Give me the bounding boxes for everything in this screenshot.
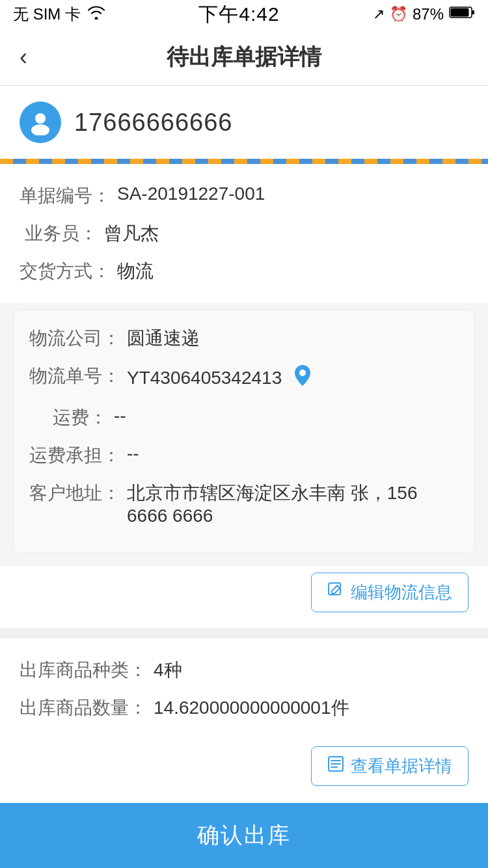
order-no-label: 单据编号： — [20, 183, 117, 208]
view-details-icon — [327, 755, 344, 777]
page-title: 待出库单据详情 — [167, 42, 321, 72]
confirm-button[interactable]: 确认出库 — [0, 803, 488, 868]
product-types-value: 4种 — [154, 658, 468, 683]
svg-point-3 — [35, 113, 46, 124]
delivery-method-label: 交货方式： — [20, 259, 117, 284]
status-bar: 无 SIM 卡 下午4:42 ↗ ⏰ 87% — [0, 0, 488, 29]
freight-bearer-row: 运费承担： -- — [29, 443, 459, 468]
avatar — [20, 102, 61, 143]
alarm-icon: ⏰ — [390, 6, 407, 23]
tracking-no-label: 物流单号： — [29, 364, 127, 388]
tracking-no-text: YT4306405342413 — [127, 368, 282, 388]
confirm-button-label: 确认出库 — [197, 821, 291, 850]
view-details-label: 查看单据详情 — [351, 755, 452, 778]
tracking-no-value: YT4306405342413 — [127, 364, 459, 392]
address-value: 北京市市辖区海淀区永丰南 张，156 6666 6666 — [127, 481, 459, 526]
svg-point-4 — [31, 124, 49, 135]
nav-bar: ‹ 待出库单据详情 — [0, 29, 488, 86]
delivery-method-value: 物流 — [117, 259, 468, 284]
back-button[interactable]: ‹ — [20, 44, 27, 71]
product-section: 出库商品种类： 4种 出库商品数量： 14.620000000000001件 — [0, 638, 488, 740]
gps-icon: ↗ — [373, 6, 385, 23]
status-right: ↗ ⏰ 87% — [373, 5, 475, 23]
freight-value: -- — [114, 405, 459, 426]
address-row: 客户地址： 北京市市辖区海淀区永丰南 张，156 6666 6666 — [29, 481, 459, 526]
edit-btn-row: 编辑物流信息 — [0, 566, 488, 628]
logistics-card: 物流公司： 圆通速递 物流单号： YT4306405342413 运费： -- … — [13, 310, 475, 553]
logistics-company-row: 物流公司： 圆通速递 — [29, 326, 459, 351]
battery-label: 87% — [413, 5, 444, 23]
view-btn-row: 查看单据详情 — [0, 740, 488, 806]
location-icon[interactable] — [292, 364, 313, 392]
product-types-label: 出库商品种类： — [20, 658, 154, 683]
product-types-row: 出库商品种类： 4种 — [20, 658, 468, 683]
delivery-method-row: 交货方式： 物流 — [20, 259, 468, 284]
status-left: 无 SIM 卡 — [13, 4, 105, 25]
freight-bearer-label: 运费承担： — [29, 443, 127, 468]
battery-icon — [449, 5, 475, 23]
status-time: 下午4:42 — [198, 1, 279, 28]
product-quantity-value: 14.620000000000001件 — [154, 696, 468, 720]
logistics-company-label: 物流公司： — [29, 326, 127, 351]
order-info-section: 单据编号： SA-20191227-001 业务员： 曾凡杰 交货方式： 物流 — [0, 164, 488, 303]
freight-label: 运费： — [29, 405, 114, 430]
wifi-icon — [87, 5, 105, 23]
customer-phone: 17666666666 — [74, 109, 232, 137]
product-quantity-label: 出库商品数量： — [20, 696, 154, 720]
edit-logistics-button[interactable]: 编辑物流信息 — [311, 573, 468, 612]
order-no-row: 单据编号： SA-20191227-001 — [20, 183, 468, 208]
content: 17666666666 单据编号： SA-20191227-001 业务员： 曾… — [0, 86, 488, 868]
order-no-value: SA-20191227-001 — [117, 183, 468, 204]
customer-header: 17666666666 — [0, 86, 488, 159]
product-quantity-row: 出库商品数量： 14.620000000000001件 — [20, 696, 468, 720]
freight-bearer-value: -- — [127, 443, 459, 464]
tracking-no-row: 物流单号： YT4306405342413 — [29, 364, 459, 392]
svg-point-5 — [299, 370, 306, 376]
salesman-value: 曾凡杰 — [104, 221, 468, 246]
section-divider — [0, 628, 488, 638]
salesman-row: 业务员： 曾凡杰 — [20, 221, 468, 246]
edit-icon — [327, 582, 344, 603]
address-label: 客户地址： — [29, 481, 127, 506]
edit-logistics-label: 编辑物流信息 — [351, 581, 452, 604]
logistics-company-value: 圆通速递 — [127, 326, 459, 351]
svg-rect-1 — [472, 10, 474, 14]
view-details-button[interactable]: 查看单据详情 — [311, 746, 468, 786]
svg-rect-2 — [450, 8, 468, 17]
freight-row: 运费： -- — [29, 405, 459, 430]
dashed-divider — [0, 159, 488, 164]
salesman-label: 业务员： — [20, 221, 104, 246]
carrier-label: 无 SIM 卡 — [13, 4, 81, 25]
